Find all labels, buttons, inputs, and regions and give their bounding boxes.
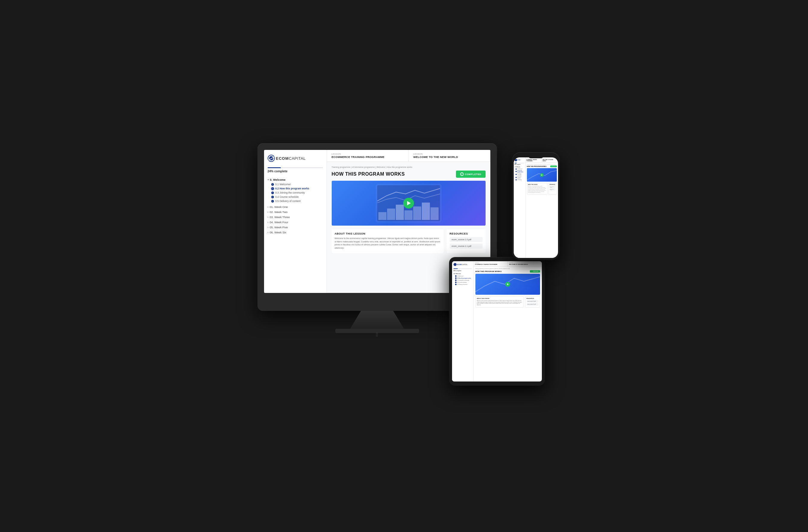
video-player[interactable] <box>332 181 485 226</box>
nav-group-welcome[interactable]: ▾ 0. Welcome 0.1 Welcome! 0. <box>268 177 323 203</box>
phone-resources-section: RESOURCES ecom_course-1.0.pdf ecom_cours… <box>548 183 557 194</box>
tablet-about-section: ABOUT THIS LESSON Welcome to the ecommer… <box>475 296 524 308</box>
phone-completed-button[interactable]: COMPLETED <box>550 166 557 167</box>
tablet-nav-welcome[interactable]: Lesson WELCOME TO THE NEW WORLD <box>508 261 542 266</box>
phone-dot-02 <box>515 171 517 172</box>
tablet: ECOMCAPITAL 24% complete ▾ 0. Welcome 0.… <box>449 257 545 386</box>
phone-content: Training programme | eCommerse programme… <box>526 163 558 258</box>
completed-dot-04 <box>271 196 274 198</box>
lesson-title: HOW THIS PROGRAM WORKS <box>332 171 405 177</box>
nav-group-week5[interactable]: › 05. Week Five <box>268 225 323 230</box>
resources-title: RESOURCES <box>449 232 482 235</box>
phone-screen: ECOM 24% complete ▾ 0. Welcome 0.1 Welco… <box>514 157 558 258</box>
tablet-about-text: Welcome to the ecommerce capital trainin… <box>477 300 522 305</box>
tablet-resource-0[interactable]: ecom_course-1.0.pdf <box>527 300 538 303</box>
tablet-resources-title: RESOURCES <box>527 298 538 299</box>
phone-resource-1[interactable]: ecom_course-1.1.pdf <box>550 188 556 190</box>
sidebar-item-03[interactable]: 0.3 Joining the community <box>271 191 323 195</box>
top-nav-welcome[interactable]: Lesson WELCOME TO THE NEW WORLD <box>409 150 490 162</box>
tablet-play-button[interactable] <box>505 282 510 287</box>
resource-item-1[interactable]: ecom_course-1.1.pdf <box>449 244 482 249</box>
logo: ECOMCAPITAL <box>268 155 323 162</box>
phone-video-player[interactable] <box>527 168 557 182</box>
lesson-header: HOW THIS PROGRAM WORKS ✓ COMPLETED <box>332 171 485 178</box>
about-lesson-section: ABOUT THIS LESSON Welcome to the ecommer… <box>332 229 444 253</box>
tablet-sidebar-item-01[interactable]: 0.1 Welcome! <box>455 275 472 277</box>
tablet-sidebar: ECOMCAPITAL 24% complete ▾ 0. Welcome 0.… <box>452 261 474 381</box>
completed-dot-03 <box>271 191 274 194</box>
phone-logo: ECOM <box>515 159 525 161</box>
tablet-dot-01 <box>455 275 457 277</box>
about-title: ABOUT THIS LESSON <box>335 232 441 235</box>
progress-text: 24% complete <box>268 170 323 173</box>
about-text: Welcome to the ecommerce capital trainin… <box>335 237 441 249</box>
tablet-dot-05 <box>455 284 457 285</box>
tablet-video-player[interactable] <box>475 274 540 295</box>
chevron-right-icon: › <box>268 221 269 224</box>
phone-sidebar-item-05[interactable]: 0.5 Delivery <box>515 179 525 181</box>
completed-button[interactable]: ✓ COMPLETED <box>456 171 485 178</box>
nav-group-week2[interactable]: › 02. Week Two <box>268 209 323 214</box>
chevron-right-icon: › <box>268 210 269 214</box>
phone-sidebar-item-04[interactable]: 0.4 Course schedule <box>515 176 525 179</box>
apple-logo:  <box>376 331 378 338</box>
resource-item-0[interactable]: ecom_course-1.0.pdf <box>449 237 482 242</box>
phone-nav-welcome[interactable]: ▾ 0. Welcome <box>515 166 525 168</box>
top-nav-ecommerce[interactable]: Lesson ECOMMERCE TRAINING PROGRAMME <box>327 150 409 162</box>
phone-lesson-header: HOW THIS PROGRAM WORKS COMPLETED <box>527 166 557 167</box>
nav-group-week6[interactable]: › 06. Week Six <box>268 230 323 235</box>
progress-bar-background <box>268 167 323 168</box>
play-button[interactable] <box>403 198 414 209</box>
tablet-logo-icon <box>454 263 457 266</box>
phone-about-text: Welcome to the ecommerce capital trainin… <box>528 186 546 193</box>
tablet-nav-sub-items: 0.1 Welcome! 0.2 How this program works … <box>454 275 472 285</box>
nav-group-week4[interactable]: › 04. Week Four <box>268 220 323 225</box>
nav-group-week1[interactable]: › 01. Week One <box>268 204 323 209</box>
tablet-sidebar-item-05[interactable]: 0.5 Delivery of content <box>455 283 472 285</box>
chevron-right-icon: › <box>268 231 269 234</box>
sidebar-item-05[interactable]: 0.5 Delivery of content <box>271 199 323 203</box>
phone-breadcrumb: Training programme | eCommerse programme… <box>527 164 557 165</box>
tablet-about-title: ABOUT THIS LESSON <box>477 298 522 299</box>
sidebar-item-01[interactable]: 0.1 Welcome! <box>271 182 323 186</box>
sidebar-item-04[interactable]: 0.4 Course schedule <box>271 195 323 199</box>
tablet-top-nav: Lesson ECOMMERCE TRAINING PROGRAMME Less… <box>474 261 542 267</box>
logo-icon <box>268 155 275 162</box>
completed-dot-01 <box>271 183 274 186</box>
bottom-row: ABOUT THIS LESSON Welcome to the ecommer… <box>332 229 485 253</box>
tablet-sidebar-item-02[interactable]: 0.2 How this program works <box>455 277 472 279</box>
completed-dot-05 <box>271 200 274 203</box>
tablet-lesson-header: HOW THIS PROGRAM WORKS ✓ COMPLETED <box>475 270 540 272</box>
sidebar: ECOMCAPITAL 24% complete ▾ <box>264 150 327 293</box>
tablet-content: Training programme | eCommerse programme… <box>474 267 542 381</box>
tablet-nav-ecommerce[interactable]: Lesson ECOMMERCE TRAINING PROGRAMME <box>474 261 508 266</box>
tablet-dot-03 <box>455 280 457 281</box>
phone-notch <box>528 156 543 158</box>
sidebar-item-02[interactable]: 0.2 How this program works <box>271 186 323 191</box>
tablet-nav-welcome[interactable]: ▾ 0. Welcome <box>454 273 472 274</box>
tablet-bezel: ECOMCAPITAL 24% complete ▾ 0. Welcome 0.… <box>449 257 545 386</box>
phone-nav-welcome-world[interactable]: Lesson WELCOME TO THE NEW WORLD <box>542 157 558 163</box>
nav-group-week3[interactable]: › 03. Week Three <box>268 214 323 220</box>
tablet-dot-02 <box>455 278 457 279</box>
nav-group-welcome-header[interactable]: ▾ 0. Welcome <box>268 177 323 182</box>
completed-dot-02 <box>271 187 274 190</box>
progress-section: 24% complete <box>268 167 323 173</box>
phone-resource-0[interactable]: ecom_course-1.0.pdf <box>550 186 556 188</box>
phone-play-button[interactable] <box>540 173 544 177</box>
phone-logo-icon <box>515 159 517 161</box>
chevron-down-icon: ▾ <box>268 178 269 181</box>
progress-bar-fill <box>268 167 281 168</box>
phone-bezel: ECOM 24% complete ▾ 0. Welcome 0.1 Welco… <box>512 152 560 260</box>
phone-sidebar-item-02[interactable]: 0.2 How this program works <box>515 170 525 173</box>
tablet-sidebar-item-04[interactable]: 0.4 Course schedule <box>455 281 472 283</box>
tablet-completed-button[interactable]: ✓ COMPLETED <box>530 270 540 272</box>
tablet-sidebar-item-03[interactable]: 0.3 Joining the community <box>455 279 472 281</box>
tablet-main: Lesson ECOMMERCE TRAINING PROGRAMME Less… <box>474 261 542 381</box>
phone-sidebar-item-03[interactable]: 0.3 Joining community <box>515 173 525 176</box>
chevron-right-icon: › <box>268 215 269 219</box>
phone-progress-text: 24% complete <box>515 164 525 165</box>
tablet-resource-1[interactable]: ecom_course-1.1.pdf <box>527 303 538 305</box>
phone-main: Lesson ECOMMERCE TRAINING PROGRAMME Less… <box>526 157 558 258</box>
breadcrumb: Training programme | eCommerse programme… <box>332 166 485 168</box>
